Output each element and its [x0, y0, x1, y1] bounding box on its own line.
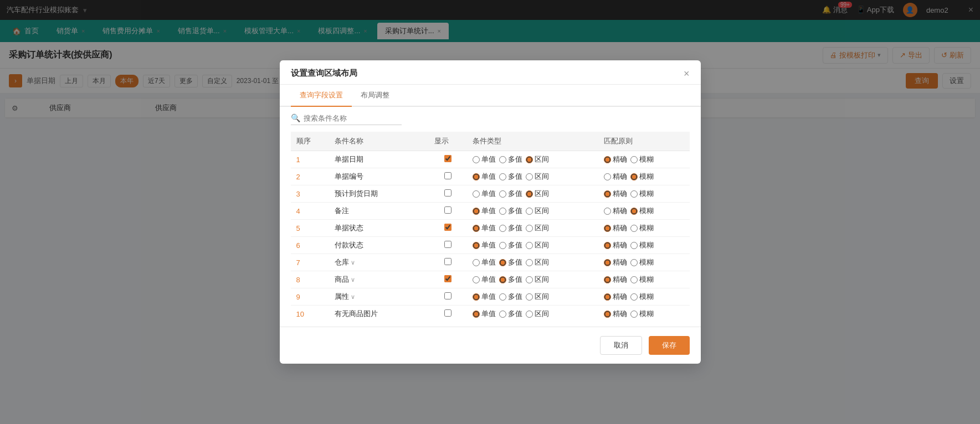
dialog-title: 设置查询区域布局	[291, 68, 357, 79]
condition-search-input[interactable]	[304, 114, 392, 122]
dialog-body: 🔍 顺序 条件名称 显示 条件类型 匹配原则	[280, 107, 701, 123]
dialog-close-btn[interactable]: ×	[684, 69, 690, 79]
modal-overlay: 设置查询区域布局 × 查询字段设置 布局调整 🔍 顺序 条件名称	[0, 0, 980, 123]
dialog-header: 设置查询区域布局 ×	[280, 60, 701, 85]
tab-query-fields[interactable]: 查询字段设置	[291, 85, 352, 107]
tab-layout-adjust[interactable]: 布局调整	[352, 85, 398, 107]
search-icon: 🔍	[291, 113, 300, 122]
settings-dialog: 设置查询区域布局 × 查询字段设置 布局调整 🔍 顺序 条件名称	[280, 60, 701, 123]
dialog-tab-bar: 查询字段设置 布局调整	[280, 85, 701, 107]
condition-search-box: 🔍	[291, 113, 402, 123]
